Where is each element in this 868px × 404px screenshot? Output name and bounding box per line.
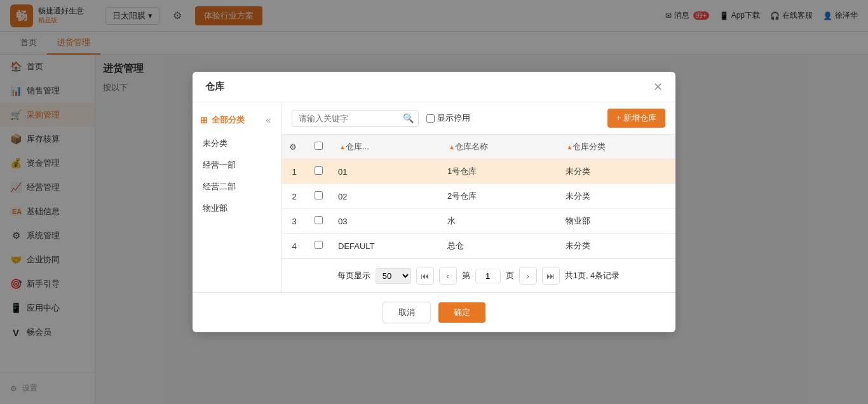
row-checkbox-3[interactable] <box>315 216 323 224</box>
warehouse-modal: 仓库 ✕ ⊞ 全部分类 « 未分类 经营一部 经营二部 物业部 <box>193 72 675 332</box>
modal-sidebar-item-uncategorized[interactable]: 未分类 <box>193 133 281 154</box>
modal-body: ⊞ 全部分类 « 未分类 经营一部 经营二部 物业部 🔍 <box>193 102 675 292</box>
row-cat-2: 未分类 <box>558 184 675 209</box>
page-unit: 页 <box>506 270 514 281</box>
row-name-4: 总仓 <box>440 234 557 259</box>
add-warehouse-button[interactable]: + 新增仓库 <box>607 109 665 128</box>
show-disabled-checkbox[interactable] <box>426 114 435 123</box>
th-checkbox <box>307 135 330 159</box>
confirm-button[interactable]: 确定 <box>438 302 485 323</box>
modal-header: 仓库 ✕ <box>193 72 675 102</box>
show-disabled-label[interactable]: 显示停用 <box>426 112 470 124</box>
collapse-sidebar-button[interactable]: « <box>263 112 273 128</box>
row-check-3[interactable] <box>307 209 330 234</box>
row-check-2[interactable] <box>307 184 330 209</box>
last-page-button[interactable]: ⏭ <box>542 267 560 285</box>
row-code-3: 03 <box>330 209 440 234</box>
page-number-input[interactable] <box>475 269 501 283</box>
sort-icon-code: ▲ <box>339 144 346 151</box>
cancel-button[interactable]: 取消 <box>383 302 431 323</box>
per-page-label: 每页显示 <box>337 270 370 281</box>
search-wrap: 🔍 <box>292 110 419 127</box>
table-row[interactable]: 1 01 1号仓库 未分类 <box>281 159 675 184</box>
row-num-2: 2 <box>281 184 307 209</box>
warehouse-search-input[interactable] <box>292 110 419 127</box>
modal-overlay: 仓库 ✕ ⊞ 全部分类 « 未分类 经营一部 经营二部 物业部 <box>0 0 868 404</box>
row-checkbox-2[interactable] <box>315 191 323 199</box>
pagination: 每页显示 50 100 ⏮ ‹ 第 页 › ⏭ 共1页, 4条记录 <box>281 259 675 292</box>
modal-sidebar-all[interactable]: ⊞ 全部分类 « <box>193 107 281 133</box>
row-code-2: 02 <box>330 184 440 209</box>
first-page-button[interactable]: ⏮ <box>416 267 434 285</box>
search-button[interactable]: 🔍 <box>403 113 414 123</box>
per-page-select[interactable]: 50 100 <box>376 268 411 284</box>
th-settings: ⚙ <box>281 135 307 159</box>
modal-sidebar-item-property[interactable]: 物业部 <box>193 198 281 219</box>
table-header: ⚙ ▲仓库... ▲仓库名称 <box>281 135 675 159</box>
th-warehouse-name: ▲仓库名称 <box>440 135 557 159</box>
row-cat-4: 未分类 <box>558 234 675 259</box>
row-cat-3: 物业部 <box>558 209 675 234</box>
row-checkbox-1[interactable] <box>315 166 323 175</box>
modal-toolbar: 🔍 显示停用 + 新增仓库 <box>281 102 675 135</box>
warehouse-table: ⚙ ▲仓库... ▲仓库名称 <box>281 135 675 259</box>
all-category-label: 全部分类 <box>212 114 245 126</box>
modal-sidebar-item-op1[interactable]: 经营一部 <box>193 154 281 176</box>
row-code-1: 01 <box>330 159 440 184</box>
row-name-3: 水 <box>440 209 557 234</box>
modal-sidebar-item-op2[interactable]: 经营二部 <box>193 176 281 198</box>
th-warehouse-code: ▲仓库... <box>330 135 440 159</box>
row-check-4[interactable] <box>307 234 330 259</box>
table-row[interactable]: 2 02 2号仓库 未分类 <box>281 184 675 209</box>
modal-close-button[interactable]: ✕ <box>653 81 663 93</box>
modal-title: 仓库 <box>205 81 224 93</box>
th-warehouse-category: ▲仓库分类 <box>558 135 675 159</box>
table-body: 1 01 1号仓库 未分类 2 <box>281 159 675 259</box>
modal-table-wrap: ⚙ ▲仓库... ▲仓库名称 <box>281 135 675 259</box>
row-checkbox-4[interactable] <box>315 241 323 249</box>
show-disabled-text: 显示停用 <box>437 112 470 124</box>
row-name-1: 1号仓库 <box>440 159 557 184</box>
row-cat-1: 未分类 <box>558 159 675 184</box>
row-num-4: 4 <box>281 234 307 259</box>
prev-page-button[interactable]: ‹ <box>439 267 457 285</box>
row-num-1: 1 <box>281 159 307 184</box>
row-name-2: 2号仓库 <box>440 184 557 209</box>
modal-footer: 取消 确定 <box>193 292 675 332</box>
page-summary: 共1页, 4条记录 <box>565 270 620 281</box>
table-row[interactable]: 3 03 水 物业部 <box>281 209 675 234</box>
grid-icon: ⊞ <box>200 115 208 125</box>
modal-sidebar: ⊞ 全部分类 « 未分类 经营一部 经营二部 物业部 <box>193 102 281 292</box>
page-label: 第 <box>462 270 470 281</box>
next-page-button[interactable]: › <box>519 267 537 285</box>
sort-icon-name: ▲ <box>449 144 455 151</box>
table-row[interactable]: 4 DEFAULT 总仓 未分类 <box>281 234 675 259</box>
row-check-1[interactable] <box>307 159 330 184</box>
select-all-checkbox[interactable] <box>315 142 323 150</box>
modal-content: 🔍 显示停用 + 新增仓库 ⚙ <box>281 102 675 292</box>
row-num-3: 3 <box>281 209 307 234</box>
sort-icon-cat: ▲ <box>567 144 573 151</box>
row-code-4: DEFAULT <box>330 234 440 259</box>
